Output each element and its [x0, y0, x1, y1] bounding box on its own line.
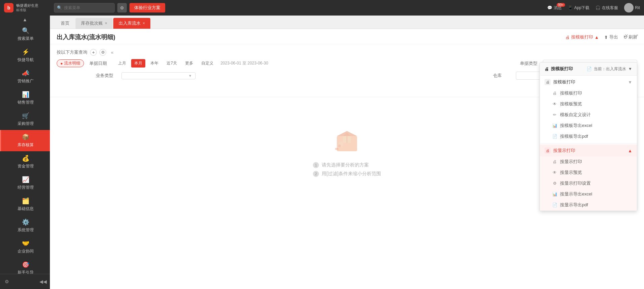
- expand-page-btn[interactable]: ⤢: [633, 32, 641, 40]
- step-1-num: 1: [313, 162, 319, 168]
- app-download-btn[interactable]: 📱 App下载: [568, 5, 589, 11]
- sidebar-items: 🔍 搜索菜单 ⚡ 快捷导航 📣 营销推广 📊 销售管理 🛒 采购管理 📦 库存核…: [0, 24, 50, 274]
- tab-batch-account[interactable]: 库存批次账 ×: [76, 18, 113, 29]
- template-section-icon: 🖨: [545, 79, 551, 85]
- sidebar-item-enterprise[interactable]: 🤝 企业协同: [0, 236, 50, 258]
- page-content: 出入库流水(流水明细) 🖨 按模板打印 ▲ ⬆ 导出 ↻ 刷新: [50, 29, 644, 289]
- header-search: 🔍 ⚙ 体验行业方案: [54, 3, 547, 12]
- purchase-icon: 🛒: [22, 112, 29, 120]
- display-section-label: 按显示打印: [553, 148, 575, 154]
- settings-icon[interactable]: ⚙: [117, 3, 127, 12]
- business-type-label: 业务类型: [96, 73, 116, 79]
- tab-bar: 首页 库存批次账 × 出入库流水 ×: [50, 16, 644, 29]
- user-avatar[interactable]: Rit: [624, 3, 640, 12]
- sidebar-item-finance[interactable]: 💰 资金管理: [0, 151, 50, 173]
- close-page-btn[interactable]: ✕: [622, 32, 631, 40]
- template-custom-icon: ✏: [552, 112, 557, 117]
- search-box[interactable]: 🔍: [54, 3, 115, 12]
- export-btn[interactable]: ⬆ 导出: [604, 34, 618, 40]
- filter-collapse-left-btn[interactable]: «: [109, 49, 116, 56]
- page-corner: ✕ ⤢: [622, 32, 641, 40]
- template-print-icon: 🖨: [552, 90, 557, 96]
- logo-icon: b: [4, 3, 13, 12]
- display-print-item[interactable]: 🖨 按显示打印: [540, 156, 637, 167]
- template-preview-item[interactable]: 👁 按模板预览: [540, 99, 637, 109]
- dropdown-header: 🖨 按模板打印 📄 当前：出入库流水 ▼: [540, 62, 637, 76]
- date-custom[interactable]: 自定义: [198, 59, 216, 68]
- top-header: b 畅捷通好生意 标准版 🔍 ⚙ 体验行业方案 💬 消息 99+ 📱 App下载…: [0, 0, 644, 16]
- page-title: 出入库流水(流水明细): [57, 33, 115, 41]
- enterprise-label: 企业协同: [18, 248, 34, 254]
- enterprise-icon: 🤝: [22, 240, 29, 247]
- display-print-settings-item[interactable]: ⚙ 按显示打印设置: [540, 178, 637, 189]
- display-pdf-item[interactable]: 📄 按显示导出pdf: [540, 200, 637, 210]
- template-section-header[interactable]: 🖨 按模板打印 ▼: [540, 76, 637, 88]
- sidebar-collapse-btn[interactable]: ◀◀: [39, 278, 47, 286]
- filter-title-text: 按以下方案查询: [57, 49, 87, 55]
- template-pdf-item[interactable]: 📄 按模板导出pdf: [540, 131, 637, 142]
- template-custom-item[interactable]: ✏ 模板自定义设计: [540, 109, 637, 120]
- sidebar-item-system[interactable]: ⚙️ 系统管理: [0, 215, 50, 236]
- search-input[interactable]: [64, 5, 105, 10]
- search-icon: 🔍: [57, 5, 62, 10]
- content-area: 首页 库存批次账 × 出入库流水 × 出入库流水(流水明细) 🖨 按模板打印: [50, 16, 644, 289]
- operations-icon: 📈: [22, 176, 29, 183]
- template-print-item[interactable]: 🖨 按模板打印: [540, 88, 637, 99]
- tab-flow-detail[interactable]: 出入库流水 ×: [113, 18, 150, 29]
- message-badge: 99+: [557, 3, 565, 7]
- sidebar-item-guide[interactable]: 🎯 新手引导: [0, 258, 50, 274]
- industry-btn[interactable]: 体验行业方案: [129, 3, 165, 12]
- message-btn[interactable]: 💬 消息 99+: [547, 5, 562, 11]
- sidebar-item-search-menu[interactable]: 🔍 搜索菜单: [0, 24, 50, 45]
- active-filter-tag[interactable]: ● 流水明细: [57, 59, 84, 67]
- date-current-month[interactable]: 本月: [131, 59, 145, 68]
- sidebar-item-purchase[interactable]: 🛒 采购管理: [0, 109, 50, 130]
- template-excel-item[interactable]: 📊 按模板导出excel: [540, 120, 637, 131]
- search-menu-icon: 🔍: [22, 27, 29, 34]
- sidebar-item-basic-info[interactable]: 🗂️ 基础信息: [0, 194, 50, 215]
- svg-point-6: [338, 144, 341, 147]
- date-last-month[interactable]: 上月: [115, 59, 129, 68]
- sidebar-item-sales[interactable]: 📊 销售管理: [0, 87, 50, 109]
- display-print-icon: 🖨: [552, 159, 557, 164]
- filter-settings-btn[interactable]: ⚙: [99, 49, 106, 56]
- filter-add-btn[interactable]: +: [90, 49, 97, 56]
- sidebar-item-quick-nav[interactable]: ⚡ 快捷导航: [0, 45, 50, 66]
- tab-flow-detail-close[interactable]: ×: [143, 21, 145, 26]
- template-section-label: 按模板打印: [553, 79, 575, 85]
- sidebar-item-marketing[interactable]: 📣 营销推广: [0, 66, 50, 87]
- sidebar: ▲ 🔍 搜索菜单 ⚡ 快捷导航 📣 营销推广 📊 销售管理 🛒 采购管理 📦 库…: [0, 16, 50, 289]
- guide-icon: 🎯: [22, 261, 29, 268]
- date-label: 单据日期: [89, 60, 110, 67]
- date-more[interactable]: 更多: [182, 59, 196, 68]
- sidebar-scroll: ▲ 🔍 搜索菜单 ⚡ 快捷导航 📣 营销推广 📊 销售管理 🛒 采购管理 📦 库…: [0, 16, 50, 274]
- display-section-header[interactable]: 🖨 按显示打印 ▲: [540, 145, 637, 156]
- sidebar-item-inventory[interactable]: 📦 库存核算: [0, 130, 50, 151]
- date-current-year[interactable]: 本年: [147, 59, 162, 68]
- display-excel-item[interactable]: 📊 按显示导出excel: [540, 189, 637, 200]
- empty-illustration: [330, 124, 364, 158]
- empty-step-1: 1 请先选择要分析的方案: [313, 162, 381, 168]
- tab-batch-account-close[interactable]: ×: [105, 21, 107, 26]
- print-header-icon: 🖨: [545, 67, 549, 72]
- tab-home[interactable]: 首页: [55, 18, 75, 29]
- sidebar-settings-btn[interactable]: ⚙: [3, 278, 11, 286]
- basic-info-label: 基础信息: [18, 206, 34, 212]
- inventory-label: 库存核算: [18, 142, 34, 148]
- template-preview-icon: 👁: [552, 101, 557, 107]
- dropdown-title: 🖨 按模板打印: [545, 66, 573, 72]
- quick-nav-icon: ⚡: [22, 48, 29, 56]
- sidebar-item-operations[interactable]: 📈 经营管理: [0, 173, 50, 194]
- display-preview-item[interactable]: 👁 按显示预览: [540, 167, 637, 178]
- scroll-up-arrow[interactable]: ▲: [0, 16, 50, 24]
- display-preview-icon: 👁: [552, 170, 557, 175]
- display-settings-icon: ⚙: [552, 181, 557, 186]
- online-service-btn[interactable]: 🎧 在线客服: [595, 5, 618, 11]
- print-template-btn[interactable]: 🖨 按模板打印 ▲: [565, 34, 599, 40]
- date-last-7-days[interactable]: 近7天: [164, 59, 180, 68]
- marketing-icon: 📣: [22, 70, 29, 77]
- filter-tag-icon: ●: [60, 61, 63, 66]
- system-label: 系统管理: [18, 227, 34, 233]
- business-type-select[interactable]: ▼: [121, 72, 196, 79]
- dropdown-divider: [540, 143, 637, 143]
